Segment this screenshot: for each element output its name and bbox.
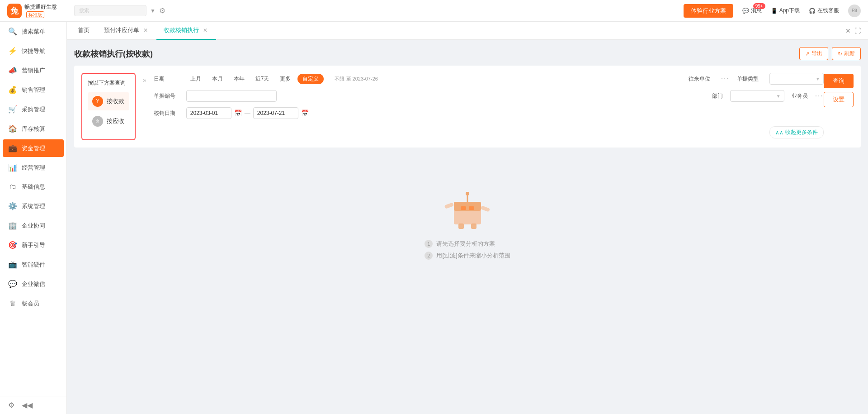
filter-actions: 查询 设置 bbox=[824, 73, 854, 107]
dept-select[interactable] bbox=[730, 90, 784, 102]
tab-advance-pay[interactable]: 预付冲应付单 ✕ bbox=[97, 22, 156, 40]
crown-icon: ♕ bbox=[8, 299, 17, 308]
sidebar-item-finance[interactable]: 💼 资金管理 bbox=[3, 139, 64, 157]
tab-payment-verify[interactable]: 收款核销执行 ✕ bbox=[156, 22, 216, 40]
filter-option-by-receivable[interactable]: ⏱ 按应收 bbox=[88, 112, 129, 130]
user-avatar[interactable]: Rit bbox=[848, 5, 861, 17]
sidebar-item-guide[interactable]: 🎯 新手引导 bbox=[0, 235, 66, 255]
main-content: 首页 预付冲应付单 ✕ 收款核销执行 ✕ ✕ ⛶ 收款核销执行(按收款) ↗ 导… bbox=[67, 22, 868, 414]
doc-type-select-wrapper: ▼ bbox=[769, 73, 824, 85]
doc-type-select[interactable] bbox=[769, 73, 824, 85]
sidebar-label-purchase: 采购管理 bbox=[22, 105, 45, 114]
sidebar-label-operations: 经营管理 bbox=[22, 164, 45, 172]
tab-bar: 首页 预付冲应付单 ✕ 收款核销执行 ✕ ✕ ⛶ bbox=[67, 22, 868, 40]
refresh-button[interactable]: ↻ 刷新 bbox=[832, 47, 861, 60]
sidebar-label-enterprise: 企业协同 bbox=[22, 222, 45, 230]
sidebar-item-inventory[interactable]: 🏠 库存核算 bbox=[0, 119, 66, 138]
empty-tip-1: 1 请先选择要分析的方案 bbox=[425, 240, 510, 248]
sidebar-item-quick-nav[interactable]: ⚡ 快捷导航 bbox=[0, 41, 66, 61]
chart-icon: 📊 bbox=[8, 163, 17, 172]
tab-bar-right: ✕ ⛶ bbox=[845, 27, 864, 34]
filter-option-receipt-label: 按收款 bbox=[107, 97, 124, 105]
filter-row-date: 日期 上月 本月 本年 近7天 更多 自定义 不限 至 2023-07-26 bbox=[154, 73, 824, 85]
receivable-icon: ⏱ bbox=[92, 116, 103, 127]
tab-payment-verify-close[interactable]: ✕ bbox=[202, 27, 209, 34]
filter-panel-title: 按以下方案查询 bbox=[88, 79, 129, 87]
tab-fullscreen-icon[interactable]: ⛶ bbox=[854, 27, 861, 34]
page-area: 收款核销执行(按收款) ↗ 导出 ↻ 刷新 按以下方案查询 ¥ 按收款 bbox=[67, 40, 868, 414]
sidebar-item-system[interactable]: ⚙️ 系统管理 bbox=[0, 196, 66, 216]
app-download-item[interactable]: 📱 App下载 bbox=[771, 7, 800, 14]
export-button[interactable]: ↗ 导出 bbox=[799, 47, 828, 60]
salesperson-dots[interactable]: ··· bbox=[815, 92, 824, 100]
date-sub-text: 不限 至 2023-07-26 bbox=[335, 76, 377, 82]
lightning-icon: ⚡ bbox=[8, 47, 17, 55]
message-icon: 💬 bbox=[742, 8, 749, 14]
empty-illustration bbox=[440, 184, 495, 229]
date-btn-this-month[interactable]: 本月 bbox=[208, 73, 227, 85]
online-service-item[interactable]: 🎧 在线客服 bbox=[809, 7, 839, 14]
sidebar-item-purchase[interactable]: 🛒 采购管理 bbox=[0, 100, 66, 119]
sidebar-item-member[interactable]: ♕ 畅会员 bbox=[0, 294, 66, 313]
doc-no-input[interactable] bbox=[186, 90, 277, 102]
sidebar-item-smart-hw[interactable]: 📺 智能硬件 bbox=[0, 255, 66, 274]
sidebar-item-search-menu[interactable]: 🔍 搜索菜单 bbox=[0, 22, 66, 41]
svg-rect-7 bbox=[481, 205, 491, 212]
search-button[interactable]: 查询 bbox=[824, 74, 854, 88]
filter-left-panel: 按以下方案查询 ¥ 按收款 ⏱ 按应收 bbox=[81, 73, 136, 140]
tab-close-all-icon[interactable]: ✕ bbox=[845, 27, 851, 34]
tip-text-2: 用[过滤]条件来缩小分析范围 bbox=[436, 252, 510, 260]
collapse-button[interactable]: ∧∧ 收起更多条件 bbox=[769, 126, 824, 138]
sidebar: 🔍 搜索菜单 ⚡ 快捷导航 📣 营销推广 💰 销售管理 🛒 采购管理 🏠 库存核… bbox=[0, 22, 67, 414]
top-search: 搜索... ▼ ⚙ bbox=[74, 5, 165, 16]
date-btn-last-month[interactable]: 上月 bbox=[186, 73, 205, 85]
date-btn-7-days[interactable]: 近7天 bbox=[251, 73, 274, 85]
filter-row-verify-date: 核销日期 📅 — 📅 bbox=[154, 107, 824, 119]
collapse-icon[interactable]: ◀◀ bbox=[22, 401, 33, 409]
sidebar-label-wechat: 企业微信 bbox=[22, 280, 45, 288]
gear-icon[interactable]: ⚙ bbox=[159, 6, 165, 15]
page-title: 收款核销执行(按收款) bbox=[74, 48, 153, 59]
sidebar-label-search-menu: 搜索菜单 bbox=[22, 28, 45, 36]
tab-home[interactable]: 首页 bbox=[71, 22, 97, 40]
date-btn-custom[interactable]: 自定义 bbox=[297, 74, 324, 84]
sidebar-item-basic-info[interactable]: 🗂 基础信息 bbox=[0, 177, 66, 196]
industry-solution-button[interactable]: 体验行业方案 bbox=[684, 4, 733, 18]
headset-icon: 🎧 bbox=[809, 8, 816, 14]
date-btn-more[interactable]: 更多 bbox=[276, 73, 295, 85]
chevron-down-icon[interactable]: ▼ bbox=[150, 8, 156, 14]
app-name: 畅捷通好生意 bbox=[24, 3, 57, 11]
receipt-icon: ¥ bbox=[92, 96, 103, 107]
calendar-from-icon[interactable]: 📅 bbox=[234, 109, 242, 117]
svg-rect-9 bbox=[471, 224, 476, 229]
settings-button[interactable]: 设置 bbox=[824, 92, 854, 107]
search-input-display[interactable]: 搜索... bbox=[74, 5, 146, 16]
empty-tip-2: 2 用[过滤]条件来缩小分析范围 bbox=[425, 252, 510, 260]
tab-advance-pay-close[interactable]: ✕ bbox=[142, 27, 149, 34]
dept-label: 部门 bbox=[712, 92, 723, 100]
sidebar-item-operations[interactable]: 📊 经营管理 bbox=[0, 158, 66, 177]
counterparty-doctype-row: 往来单位 ··· 单据类型 ▼ bbox=[689, 73, 824, 85]
date-button-group: 上月 本月 本年 近7天 更多 自定义 bbox=[186, 73, 324, 85]
sidebar-item-enterprise[interactable]: 🏢 企业协同 bbox=[0, 216, 66, 235]
sidebar-item-sales[interactable]: 💰 销售管理 bbox=[0, 80, 66, 100]
date-btn-this-year[interactable]: 本年 bbox=[230, 73, 249, 85]
sidebar-item-wechat[interactable]: 💬 企业微信 bbox=[0, 274, 66, 294]
sidebar-item-marketing[interactable]: 📣 营销推广 bbox=[0, 61, 66, 80]
message-item[interactable]: 💬 消息 99+ bbox=[742, 7, 762, 14]
svg-rect-1 bbox=[454, 202, 481, 211]
chevron-up-icon: ∧∧ bbox=[775, 129, 783, 136]
dept-select-wrapper: ▼ bbox=[730, 90, 784, 102]
filter-option-by-receipt[interactable]: ¥ 按收款 bbox=[88, 92, 129, 110]
megaphone-icon: 📣 bbox=[8, 66, 17, 75]
sidebar-label-system: 系统管理 bbox=[22, 202, 45, 210]
collapse-arrow[interactable]: » bbox=[143, 73, 146, 140]
counterparty-dots[interactable]: ··· bbox=[721, 75, 730, 83]
sidebar-label-sales: 销售管理 bbox=[22, 86, 45, 94]
verify-date-to-input[interactable] bbox=[253, 107, 298, 119]
sidebar-label-inventory: 库存核算 bbox=[22, 125, 45, 133]
calendar-to-icon[interactable]: 📅 bbox=[301, 109, 309, 117]
doc-type-label: 单据类型 bbox=[737, 75, 762, 83]
settings-bottom-icon[interactable]: ⚙ bbox=[8, 401, 14, 409]
verify-date-from-input[interactable] bbox=[186, 107, 231, 119]
